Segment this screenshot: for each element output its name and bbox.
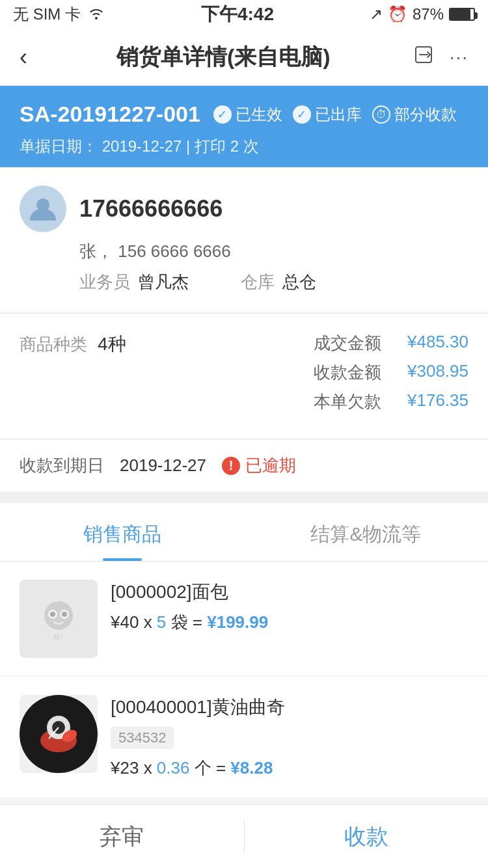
product-thumb-1: 鲸+ (20, 580, 98, 658)
cancel-button[interactable]: 弃审 (0, 809, 244, 865)
tabs: 销售商品 结算&物流等 (0, 503, 488, 562)
badge-shipped: ✓ 已出库 (293, 104, 362, 125)
location-icon: ↗ (370, 5, 383, 23)
products-list: 鲸+ [0000002]面包 ¥40 x 5 袋 = ¥199.99 (0, 562, 488, 798)
product-total-2: ¥8.28 (230, 758, 273, 778)
stats-section: 商品种类 4种 成交金额 ¥485.30 收款金额 ¥308.95 本单欠款 ¥… (0, 314, 488, 438)
back-button[interactable]: ‹ (20, 37, 34, 77)
sales-meta: 业务员 曾凡杰 (79, 271, 189, 293)
status-badges: ✓ 已生效 ✓ 已出库 ⏱ 部分收款 (213, 104, 457, 125)
overdue-icon: ! (222, 457, 240, 475)
warehouse-meta: 仓库 总仓 (241, 271, 316, 293)
nav-actions: ··· (413, 44, 468, 70)
product-name-2: [000400001]黄油曲奇 (111, 695, 468, 720)
section-divider (0, 493, 488, 503)
order-id: SA-20191227-001 (20, 102, 200, 127)
svg-text:鲸+: 鲸+ (53, 633, 64, 640)
stats-row: 商品种类 4种 成交金额 ¥485.30 收款金额 ¥308.95 本单欠款 ¥… (20, 332, 468, 420)
alarm-icon: ⏰ (388, 5, 407, 23)
product-placeholder-icon: 鲸+ (36, 596, 81, 642)
product-total-1: ¥199.99 (207, 612, 268, 632)
status-right: ↗ ⏰ 87% (370, 5, 475, 23)
overdue-text: 已逾期 (245, 454, 296, 477)
financial-stats: 成交金额 ¥485.30 收款金额 ¥308.95 本单欠款 ¥176.35 (314, 332, 468, 420)
received-line: 收款金额 ¥308.95 (314, 361, 468, 384)
tab-products[interactable]: 销售商品 (0, 503, 244, 561)
confirm-button[interactable]: 收款 (245, 809, 489, 865)
overdue-badge: ! 已逾期 (222, 454, 296, 477)
tab-settlement[interactable]: 结算&物流等 (244, 503, 488, 561)
check-icon-shipped: ✓ (293, 105, 311, 124)
customer-meta: 业务员 曾凡杰 仓库 总仓 (20, 271, 468, 293)
page-title: 销货单详情(来自电脑) (34, 42, 413, 72)
wifi-icon (87, 5, 105, 23)
product-info-2: [000400001]黄油曲奇 534532 ¥23 x 0.36 个 = ¥8… (111, 695, 468, 780)
order-date: 2019-12-27 (102, 137, 182, 155)
badge-partial: ⏱ 部分收款 (372, 104, 457, 125)
check-icon-active: ✓ (213, 105, 232, 124)
product-info-1: [0000002]面包 ¥40 x 5 袋 = ¥199.99 (111, 580, 468, 634)
sales-person: 曾凡杰 (138, 271, 189, 293)
product-item: 鲸+ [0000002]面包 ¥40 x 5 袋 = ¥199.99 (0, 562, 488, 677)
debt-value: ¥176.35 (407, 390, 468, 413)
user-icon (27, 193, 59, 224)
warehouse-name: 总仓 (282, 271, 316, 293)
svg-point-6 (62, 612, 67, 617)
badge-active: ✓ 已生效 (213, 104, 282, 125)
header-banner: SA-20191227-001 ✓ 已生效 ✓ 已出库 ⏱ 部分收款 单据日期：… (0, 86, 488, 167)
share-button[interactable] (413, 44, 434, 70)
order-date-row: 单据日期： 2019-12-27 | 打印 2 次 (20, 136, 468, 157)
product-sku-2: 534532 (111, 727, 174, 749)
nav-bar: ‹ 销货单详情(来自电脑) ··· (0, 29, 488, 86)
order-id-row: SA-20191227-001 ✓ 已生效 ✓ 已出库 ⏱ 部分收款 (20, 102, 468, 127)
product-image-icon (23, 698, 94, 770)
status-time: 下午4:42 (201, 2, 274, 27)
product-kinds: 商品种类 4种 (20, 332, 126, 357)
more-button[interactable]: ··· (450, 47, 468, 68)
customer-header: 17666666666 (20, 185, 468, 232)
debt-line: 本单欠款 ¥176.35 (314, 390, 468, 413)
avatar (20, 185, 66, 232)
product-thumb-2 (20, 695, 98, 773)
product-item-2: [000400001]黄油曲奇 534532 ¥23 x 0.36 个 = ¥8… (0, 677, 488, 798)
due-date-value: 2019-12-27 (120, 455, 206, 476)
product-price-2: ¥23 x 0.36 个 = ¥8.28 (111, 757, 468, 780)
customer-section: 17666666666 张， 156 6666 6666 业务员 曾凡杰 仓库 … (0, 167, 488, 312)
status-carrier: 无 SIM 卡 (13, 4, 105, 25)
amount-line: 成交金额 ¥485.30 (314, 332, 468, 355)
amount-value: ¥485.30 (407, 332, 468, 355)
svg-point-5 (50, 612, 55, 617)
clock-icon: ⏱ (372, 105, 390, 124)
battery-text: 87% (413, 5, 444, 23)
due-date-section: 收款到期日 2019-12-27 ! 已逾期 (0, 440, 488, 491)
product-price-1: ¥40 x 5 袋 = ¥199.99 (111, 611, 468, 634)
battery-bar (449, 8, 475, 21)
status-bar: 无 SIM 卡 下午4:42 ↗ ⏰ 87% (0, 0, 488, 29)
customer-name-row: 张， 156 6666 6666 (20, 240, 468, 263)
kind-count: 4种 (98, 332, 126, 357)
customer-phone: 17666666666 (79, 195, 223, 223)
carrier-text: 无 SIM 卡 (13, 4, 81, 25)
product-name-1: [0000002]面包 (111, 580, 468, 604)
bottom-actions: 弃审 收款 (0, 804, 488, 868)
received-value: ¥308.95 (407, 361, 468, 384)
